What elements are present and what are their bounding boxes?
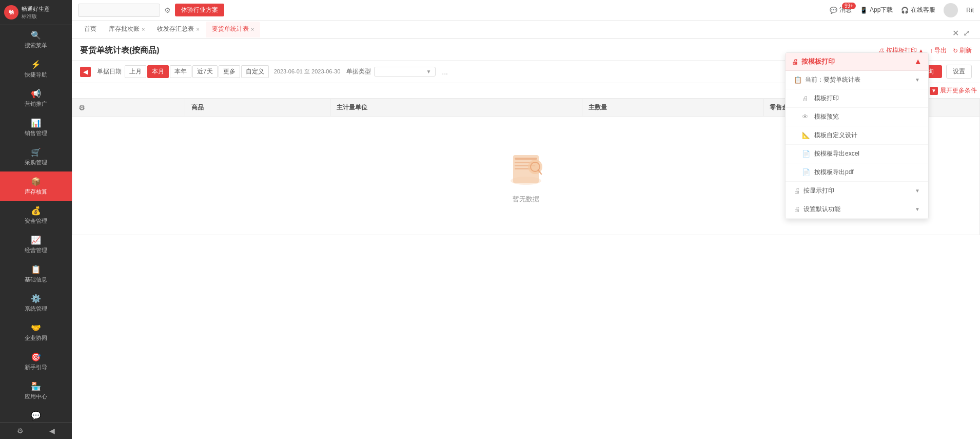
trial-button[interactable]: 体验行业方案 — [175, 4, 224, 16]
date-btn-更多[interactable]: 更多 — [219, 65, 240, 78]
window-minimize-btn[interactable]: ✕ — [952, 28, 959, 38]
print-dropdown-menu: 🖨 按模板打印 ▲ 📋 当前：要货单统计表 ▼ 🖨模板打印👁模板预览📐模板自定义… — [785, 52, 929, 219]
dropdown-title: 🖨 按模板打印 — [792, 57, 835, 66]
export-icon: ↑ — [930, 47, 933, 54]
dropdown-item-template-design[interactable]: 📐模板自定义设计 — [786, 126, 928, 145]
sidebar-item-operation[interactable]: 📈经营管理 — [0, 230, 72, 259]
tab-receipts-summary[interactable]: 收发存汇总表× — [151, 22, 205, 37]
expand-arrow-icon: ▼ — [930, 87, 938, 95]
dropdown-subitem-default-settings[interactable]: 🖨设置默认功能▼ — [786, 200, 928, 219]
basic-icon: 📋 — [31, 264, 41, 274]
date-btn-本月[interactable]: 本月 — [147, 65, 169, 78]
sidebar-item-search[interactable]: 🔍搜索菜单 — [0, 25, 72, 54]
sidebar-item-basic[interactable]: 📋基础信息 — [0, 259, 72, 289]
sidebar-settings-btn[interactable]: ⚙ — [17, 427, 24, 435]
marketing-icon: 📢 — [31, 89, 41, 99]
current-icon: 📋 — [794, 76, 802, 84]
tab-requisition-stats[interactable]: 要货单统计表× — [206, 22, 260, 37]
export-btn[interactable]: ↑ 导出 — [930, 46, 947, 55]
dropdown-item-template-preview[interactable]: 👁模板预览 — [786, 108, 928, 126]
appstore-icon: 🏪 — [31, 381, 41, 391]
type-filter-section: 单据类型 ▼ — [346, 67, 436, 77]
date-filter-section: 单据日期 上月本月本年近7天更多自定义 2023-06-01 至 2023-06… — [97, 65, 340, 78]
online-service-btn[interactable]: 🎧 在线客服 — [901, 6, 935, 14]
search-icon: 🔍 — [31, 30, 41, 40]
refresh-btn[interactable]: ↻ 刷新 — [953, 46, 972, 55]
sidebar-nav: 🔍搜索菜单⚡快捷导航📢营销推广📊销售管理🛒采购管理📦库存核算💰资金管理📈经营管理… — [0, 25, 72, 422]
dropdown-current-item[interactable]: 📋 当前：要货单统计表 ▼ — [786, 71, 928, 89]
sidebar-footer: ⚙ ◀ — [0, 422, 72, 439]
gear-icon[interactable]: ⚙ — [164, 6, 171, 14]
settings-btn[interactable]: 设置 — [946, 65, 972, 79]
default-settings-icon: 🖨 — [794, 205, 800, 213]
sidebar-item-collab[interactable]: 🤝企业协同 — [0, 318, 72, 347]
operation-icon: 📈 — [31, 235, 41, 245]
date-filter-label: 单据日期 — [97, 67, 122, 76]
date-btn-上月[interactable]: 上月 — [125, 65, 146, 78]
table-settings-icon[interactable]: ⚙ — [79, 104, 85, 112]
sidebar-item-marketing[interactable]: 📢营销推广 — [0, 84, 72, 113]
template-design-icon: 📐 — [802, 131, 810, 139]
sidebar-item-appstore[interactable]: 🏪应用中心 — [0, 376, 72, 406]
avatar[interactable] — [944, 3, 958, 17]
date-btn-近7天[interactable]: 近7天 — [192, 65, 218, 78]
app-logo: 畅 — [4, 5, 18, 20]
inventory-icon: 📦 — [31, 177, 41, 186]
template-export-excel-icon: 📄 — [802, 150, 810, 158]
sidebar-item-inventory[interactable]: 📦库存核算 — [0, 171, 72, 201]
svg-rect-5 — [515, 168, 530, 169]
collab-icon: 🤝 — [31, 323, 41, 333]
message-icon: 💬 — [830, 7, 837, 14]
dropdown-header: 🖨 按模板打印 ▲ — [786, 53, 928, 71]
current-arrow-icon: ▼ — [915, 77, 920, 83]
system-icon: ⚙️ — [31, 294, 41, 303]
headset-icon: 🎧 — [901, 7, 909, 14]
dropdown-item-template-print[interactable]: 🖨模板打印 — [786, 89, 928, 108]
tab-close-receipts-summary[interactable]: × — [196, 26, 199, 32]
tab-close-inventory-batch[interactable]: × — [142, 26, 145, 32]
sidebar-collapse-btn[interactable]: ◀ — [49, 427, 55, 435]
refresh-icon: ↻ — [953, 47, 958, 54]
sidebar-item-sales[interactable]: 📊销售管理 — [0, 113, 72, 142]
sidebar-item-finance[interactable]: 💰资金管理 — [0, 201, 72, 230]
date-btn-自定义[interactable]: 自定义 — [241, 65, 269, 78]
messages-btn[interactable]: 💬 消息 99+ — [830, 6, 852, 14]
date-btn-group: 上月本月本年近7天更多自定义 — [125, 65, 269, 78]
expand-filter-btn[interactable]: ▼ 展开更多条件 — [930, 86, 977, 95]
dropdown-item-template-export-pdf[interactable]: 📄按模板导出pdf — [786, 163, 928, 182]
sales-icon: 📊 — [31, 118, 41, 128]
dropdown-close-btn[interactable]: ▲ — [914, 57, 922, 66]
table-col-2: 主计量单位 — [330, 99, 582, 117]
date-btn-本年[interactable]: 本年 — [170, 65, 191, 78]
table-col-0: ⚙ — [72, 99, 185, 117]
search-input[interactable] — [78, 4, 160, 17]
tab-inventory-batch[interactable]: 库存批次账× — [103, 22, 151, 37]
sidebar-item-wechat[interactable]: 💬企业微信 — [0, 406, 72, 422]
filter-more-btn[interactable]: ... — [442, 68, 448, 76]
sidebar-item-purchase[interactable]: 🛒采购管理 — [0, 142, 72, 171]
filter-collapse-btn[interactable]: ◀ — [80, 67, 91, 77]
sidebar: 畅 畅通好生意 标准版 🔍搜索菜单⚡快捷导航📢营销推广📊销售管理🛒采购管理📦库存… — [0, 0, 72, 439]
dropdown-item-template-export-excel[interactable]: 📄按模板导出excel — [786, 145, 928, 163]
app-title: 畅通好生意 标准版 — [22, 5, 50, 19]
printer-header-icon: 🖨 — [792, 58, 798, 66]
display-print-arrow: ▼ — [915, 188, 920, 194]
tab-close-requisition-stats[interactable]: × — [251, 26, 254, 32]
tab-home[interactable]: 首页 — [78, 22, 103, 37]
sidebar-item-quick-nav[interactable]: ⚡快捷导航 — [0, 54, 72, 84]
app-download-btn[interactable]: 📱 App下载 — [860, 6, 893, 14]
svg-rect-2 — [515, 158, 537, 160]
topbar-right: 💬 消息 99+ 📱 App下载 🎧 在线客服 Rit — [830, 3, 974, 17]
finance-icon: 💰 — [31, 206, 41, 216]
page-title: 要货单统计表(按商品) — [80, 45, 160, 56]
table-col-3: 主数量 — [582, 99, 763, 117]
type-filter-label: 单据类型 — [346, 67, 371, 76]
sidebar-item-guide[interactable]: 🎯新手引导 — [0, 347, 72, 376]
default-settings-arrow: ▼ — [915, 206, 920, 212]
empty-text: 暂无数据 — [513, 195, 539, 204]
username-label: Rit — [966, 7, 974, 14]
sidebar-item-system[interactable]: ⚙️系统管理 — [0, 289, 72, 318]
type-select[interactable]: ▼ — [374, 67, 436, 77]
window-maximize-btn[interactable]: ⤢ — [963, 28, 970, 38]
dropdown-subitem-display-print[interactable]: 🖨按显示打印▼ — [786, 182, 928, 200]
